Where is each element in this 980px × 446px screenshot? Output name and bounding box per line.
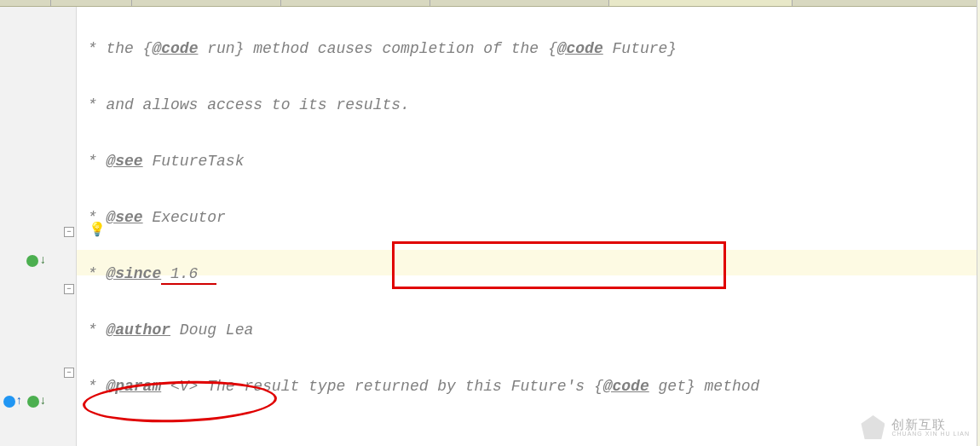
doc-tag-see: @see bbox=[106, 209, 142, 226]
doc-text: Doug Lea bbox=[170, 321, 253, 339]
doc-tag-since: @since bbox=[106, 265, 161, 282]
down-arrow-icon: ↓ bbox=[39, 395, 46, 407]
doc-text: * bbox=[78, 378, 106, 395]
doc-text: The result type returned by this Future'… bbox=[198, 378, 602, 395]
doc-tag-code: @code bbox=[152, 40, 198, 57]
fold-handle[interactable]: − bbox=[64, 284, 74, 294]
doc-tag-param: @param bbox=[106, 378, 161, 395]
watermark: 创新互联 CHUANG XIN HU LIAN bbox=[861, 415, 970, 439]
doc-typeparam: <V> bbox=[161, 378, 198, 395]
doc-tag-code: @code bbox=[603, 378, 649, 395]
doc-tag-see: @see bbox=[106, 153, 142, 170]
overriding-method-icon[interactable] bbox=[3, 396, 15, 408]
doc-text: * bbox=[78, 153, 106, 170]
down-arrow-icon: ↓ bbox=[39, 254, 46, 266]
code-editor[interactable]: * the {@code run} method causes completi… bbox=[78, 7, 980, 446]
watermark-text-cn: 创新互联 bbox=[891, 418, 970, 431]
doc-text: * bbox=[78, 209, 106, 226]
doc-text: * bbox=[78, 321, 106, 339]
doc-text: FutureTask bbox=[143, 153, 245, 170]
up-arrow-icon: ↑ bbox=[15, 395, 22, 407]
fold-handle[interactable]: − bbox=[64, 368, 74, 378]
doc-text: Future} bbox=[603, 40, 677, 57]
editor-tab-bar[interactable] bbox=[0, 0, 980, 7]
doc-tag-author: @author bbox=[106, 321, 170, 339]
watermark-text-py: CHUANG XIN HU LIAN bbox=[891, 431, 970, 437]
doc-text: * the { bbox=[78, 40, 152, 57]
implementing-class-icon[interactable] bbox=[26, 255, 38, 267]
doc-text: * bbox=[78, 265, 106, 282]
implemented-method-icon[interactable] bbox=[27, 396, 39, 408]
doc-text: * and allows access to its results. bbox=[78, 96, 410, 113]
vertical-scrollbar[interactable] bbox=[977, 0, 980, 446]
doc-since-value: 1.6 bbox=[161, 265, 216, 285]
doc-text: run} method causes completion of the { bbox=[198, 40, 556, 57]
editor-gutter: − − − ↓ ↑ ↓ bbox=[0, 7, 77, 446]
fold-handle[interactable]: − bbox=[64, 227, 74, 237]
doc-text: Executor bbox=[143, 209, 226, 226]
watermark-logo-icon bbox=[861, 415, 885, 439]
doc-tag-code: @code bbox=[557, 40, 603, 57]
doc-text: get} method bbox=[649, 378, 760, 395]
